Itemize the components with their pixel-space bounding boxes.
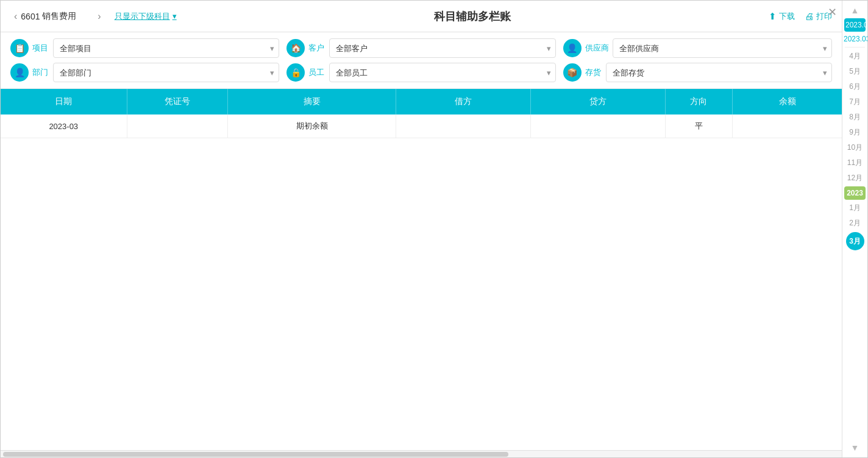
sidebar-month-8[interactable]: 8月 <box>842 110 867 125</box>
department-select-wrapper: 全部部门 <box>53 63 279 82</box>
table-header-row: 日期 凭证号 摘要 借方 贷方 方向 余额 <box>1 89 842 114</box>
inventory-select-wrapper: 全部存货 <box>606 63 832 82</box>
supplier-select[interactable]: 全部供应商 <box>613 38 832 58</box>
employee-select-wrapper: 全部员工 <box>329 63 555 82</box>
download-button[interactable]: ⬆ 下载 <box>769 11 795 22</box>
cell-voucher <box>127 114 228 138</box>
table-body: 2023-03 期初余额 平 <box>1 114 842 138</box>
sidebar-month-3-active[interactable]: 3月 <box>846 232 864 250</box>
sidebar-month-2[interactable]: 2月 <box>842 216 867 231</box>
table-row: 2023-03 期初余额 平 <box>1 114 842 138</box>
employee-label: 员工 <box>308 67 326 78</box>
download-label: 下载 <box>779 11 795 22</box>
sidebar-month-7[interactable]: 7月 <box>842 94 867 110</box>
project-select-wrapper: 全部项目 <box>53 38 279 58</box>
account-name: 销售费用 <box>42 11 76 22</box>
cell-summary: 期初余额 <box>228 114 396 138</box>
filter-row-2: 👤 部门 全部部门 🔒 员工 全部员工 <box>10 63 832 82</box>
sidebar-month-2023-03-second[interactable]: 2023.03 <box>842 32 867 46</box>
filter-supplier: 👤 供应商 全部供应商 <box>563 38 832 58</box>
col-balance: 余额 <box>733 89 842 114</box>
supplier-label: 供应商 <box>585 43 609 54</box>
supplier-icon: 👤 <box>563 39 582 57</box>
inventory-icon: 📦 <box>563 63 582 82</box>
sidebar-month-11[interactable]: 11月 <box>842 155 867 171</box>
department-select[interactable]: 全部部门 <box>53 63 279 82</box>
customer-label: 客户 <box>308 43 326 54</box>
sidebar-down-button[interactable]: ▼ <box>846 440 864 455</box>
employee-icon: 🔒 <box>286 63 305 82</box>
sidebar-month-4[interactable]: 4月 <box>842 49 867 64</box>
download-icon: ⬆ <box>769 11 777 22</box>
department-label: 部门 <box>32 67 49 78</box>
account-code: 6601 <box>21 12 40 21</box>
next-account-button[interactable]: › <box>94 10 104 23</box>
sidebar-month-2023-03-top[interactable]: 2023.03 <box>844 18 866 32</box>
inventory-label: 存货 <box>585 67 602 78</box>
top-actions: ⬆ 下载 🖨 打印 <box>769 11 832 22</box>
table-container: 日期 凭证号 摘要 借方 贷方 方向 余额 2023-03 期初余额 <box>1 89 842 457</box>
sidebar-month-9[interactable]: 9月 <box>842 125 867 140</box>
cell-debit <box>396 114 531 138</box>
sidebar-month-5[interactable]: 5月 <box>842 64 867 79</box>
divider-1 <box>845 47 865 48</box>
customer-select[interactable]: 全部客户 <box>329 38 555 58</box>
cell-direction: 平 <box>665 114 732 138</box>
filter-label: 只显示下级科目 <box>115 11 170 22</box>
account-code-display: 6601 销售费用 <box>21 11 94 22</box>
scrollbar-thumb <box>3 452 508 457</box>
cell-balance <box>733 114 842 138</box>
sidebar-month-10[interactable]: 10月 <box>842 140 867 155</box>
sidebar-year-badge[interactable]: 2023 <box>844 186 866 200</box>
supplier-select-wrapper: 全部供应商 <box>613 38 832 58</box>
col-date: 日期 <box>1 89 127 114</box>
print-icon: 🖨 <box>805 11 814 21</box>
col-voucher: 凭证号 <box>127 89 228 114</box>
project-icon: 📋 <box>10 39 29 57</box>
filter-employee: 🔒 员工 全部员工 <box>286 63 555 82</box>
filter-customer: 🏠 客户 全部客户 <box>286 38 555 58</box>
customer-icon: 🏠 <box>286 39 305 57</box>
ledger-table: 日期 凭证号 摘要 借方 贷方 方向 余额 2023-03 期初余额 <box>1 89 842 138</box>
project-label: 项目 <box>32 43 49 54</box>
employee-select[interactable]: 全部员工 <box>329 63 555 82</box>
filter-project: 📋 项目 全部项目 <box>10 38 279 58</box>
col-summary: 摘要 <box>228 89 396 114</box>
sidebar-month-1[interactable]: 1月 <box>842 200 867 216</box>
bottom-scrollbar[interactable] <box>1 450 843 457</box>
cell-credit <box>530 114 665 138</box>
filter-inventory: 📦 存货 全部存货 <box>563 63 832 82</box>
filter-department: 👤 部门 全部部门 <box>10 63 279 82</box>
col-credit: 贷方 <box>530 89 665 114</box>
department-icon: 👤 <box>10 63 29 82</box>
col-direction: 方向 <box>665 89 732 114</box>
sidebar-month-6[interactable]: 6月 <box>842 79 867 94</box>
chevron-down-icon: ▾ <box>173 12 177 21</box>
sidebar-month-12[interactable]: 12月 <box>842 171 867 186</box>
show-sub-filter-button[interactable]: 只显示下级科目 ▾ <box>115 11 177 22</box>
col-debit: 借方 <box>396 89 531 114</box>
sidebar-up-button[interactable]: ▲ <box>846 3 864 18</box>
cell-date: 2023-03 <box>1 114 127 138</box>
customer-select-wrapper: 全部客户 <box>329 38 555 58</box>
close-button[interactable]: ✕ <box>828 5 837 19</box>
project-select[interactable]: 全部项目 <box>53 38 279 58</box>
filter-area: 📋 项目 全部项目 🏠 客户 全部客户 <box>1 32 842 89</box>
top-bar: ‹ 6601 销售费用 › 只显示下级科目 ▾ 科目辅助多栏账 ⬆ 下载 🖨 打… <box>1 1 842 32</box>
inventory-select[interactable]: 全部存货 <box>606 63 832 82</box>
page-title: 科目辅助多栏账 <box>177 9 769 24</box>
prev-account-button[interactable]: ‹ <box>10 10 21 23</box>
filter-row-1: 📋 项目 全部项目 🏠 客户 全部客户 <box>10 38 832 58</box>
right-sidebar: ▲ 2023.03 2023.03 4月 5月 6月 7月 8月 9月 10月 … <box>842 1 867 457</box>
